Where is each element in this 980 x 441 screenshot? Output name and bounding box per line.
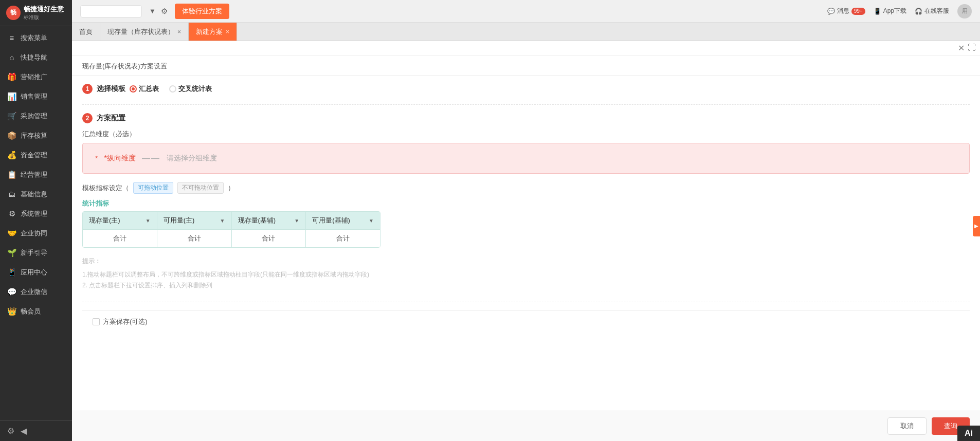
stats-table-body: 合计 合计 合计 合计 (83, 229, 380, 247)
sidebar-item-marketing[interactable]: 🎁 营销推广 (0, 67, 72, 87)
section2-title: 2 方案配置 (82, 113, 970, 123)
message-item[interactable]: 💬 消息 99+ (827, 7, 865, 15)
save-checkbox[interactable] (93, 318, 100, 325)
phone-icon: 📱 (874, 8, 881, 15)
section1-title-text: 选择模板 (97, 84, 125, 94)
finance-icon: 💰 (7, 151, 16, 160)
main-area: ▼ ⚙ 体验行业方案 💬 消息 99+ 📱 App下载 🎧 在线客服 用 首页 (72, 0, 980, 441)
app-name: 畅捷通好生意 (24, 5, 64, 14)
section2-num: 2 (82, 113, 93, 123)
settings-icon[interactable]: ⚙ (7, 426, 14, 436)
app-logo-icon: 畅 (6, 6, 21, 20)
stats-cell-4: 合计 (306, 230, 380, 247)
sidebar-item-appcenter[interactable]: 📱 应用中心 (0, 263, 72, 282)
new-scheme-tab-close-icon[interactable]: × (226, 28, 229, 35)
sidebar-logo: 畅 畅捷通好生意 标准版 (0, 0, 72, 26)
sidebar-item-label: 资金管理 (21, 151, 47, 160)
stats-col-1[interactable]: 现存量(主) ▼ (83, 212, 157, 229)
collapse-icon[interactable]: ◀ (21, 426, 27, 436)
expand-panel-icon[interactable]: ⛶ (968, 43, 976, 53)
sidebar-item-basic-info[interactable]: 🗂 基础信息 (0, 185, 72, 204)
stats-col-1-label: 现存量(主) (89, 216, 120, 225)
inventory-tab-label: 现存量（库存状况表） (107, 27, 174, 36)
close-panel-icon[interactable]: ✕ (958, 43, 965, 53)
sidebar-item-membership[interactable]: 👑 畅会员 (0, 302, 72, 321)
inventory-icon: 📦 (7, 131, 16, 140)
scheme-body: 1 选择模板 汇总表 交叉统计表 (72, 76, 980, 341)
headset-icon: 🎧 (915, 8, 922, 15)
stats-cell-2: 合计 (157, 230, 232, 247)
indicator-settings: 模板指标设定（ 可拖动位置 不可拖动位置 ） 统计指标 现存量(主) ▼ (82, 182, 970, 248)
operations-icon: 📋 (7, 170, 16, 179)
trial-button[interactable]: 体验行业方案 (175, 4, 229, 19)
section1-num: 1 (82, 84, 93, 94)
radio-cross-indicator (169, 85, 176, 93)
content-header: 现存量(库存状况表)方案设置 (72, 56, 980, 76)
dimension-required-label: 汇总维度（必选） (82, 130, 970, 139)
dimension-arrow: —— (142, 154, 160, 163)
chevron-down-4-icon[interactable]: ▼ (369, 218, 374, 224)
sidebar-item-finance[interactable]: 💰 资金管理 (0, 145, 72, 165)
sidebar-item-label: 畅会员 (21, 307, 41, 316)
sidebar-item-inventory[interactable]: 📦 库存核算 (0, 126, 72, 145)
search-input[interactable] (80, 5, 142, 17)
stats-label: 统计指标 (82, 199, 970, 208)
stats-cell-1: 合计 (83, 230, 157, 247)
sidebar-item-operations[interactable]: 📋 经营管理 (0, 165, 72, 185)
tips-section: 提示： 1.拖动标题栏可以调整布局，不可跨维度或指标区域拖动柱目字段(只能在同一… (82, 256, 970, 291)
sidebar-item-enterprise-wechat[interactable]: 💬 企业微信 (0, 282, 72, 302)
section2-title-text: 方案配置 (97, 114, 125, 123)
message-icon: 💬 (827, 8, 835, 15)
right-collapse-tab[interactable]: ▶ (973, 216, 980, 236)
tab-home[interactable]: 首页 (72, 23, 100, 41)
chevron-down-2-icon[interactable]: ▼ (220, 218, 225, 224)
sidebar-item-newguide[interactable]: 🌱 新手引导 (0, 243, 72, 263)
newguide-icon: 🌱 (7, 248, 16, 258)
new-scheme-tab-label: 新建方案 (196, 27, 223, 36)
sidebar-bottom: ⚙ ◀ (0, 420, 72, 441)
dimension-placeholder: 请选择分组维度 (167, 154, 217, 163)
basic-info-icon: 🗂 (7, 190, 16, 198)
chevron-down-1-icon[interactable]: ▼ (146, 218, 151, 224)
enterprise-wechat-icon: 💬 (7, 287, 16, 297)
movable-badge: 可拖动位置 (133, 182, 173, 194)
ai-badge[interactable]: Ai (957, 426, 980, 441)
avatar[interactable]: 用 (957, 4, 972, 19)
immovable-badge: 不可拖动位置 (177, 182, 224, 194)
section-config: 2 方案配置 汇总维度（必选） * *纵向维度 —— 请选择分组维度 模板指标设… (82, 113, 970, 291)
bottom-bar: 取消 查询 (72, 411, 980, 441)
dimension-name: *纵向维度 (104, 154, 135, 163)
sidebar-item-label: 库存核算 (21, 131, 47, 140)
sidebar-item-search[interactable]: ≡ 搜索菜单 (0, 28, 72, 48)
stats-col-4[interactable]: 可用量(基辅) ▼ (306, 212, 380, 229)
stats-col-3[interactable]: 现存量(基辅) ▼ (232, 212, 306, 229)
online-service-item[interactable]: 🎧 在线客服 (915, 7, 949, 15)
gear-icon[interactable]: ⚙ (161, 7, 168, 16)
radio-summary-table[interactable]: 汇总表 (130, 84, 159, 94)
tab-new-scheme[interactable]: 新建方案 × (189, 23, 237, 41)
sidebar-item-system[interactable]: ⚙ 系统管理 (0, 204, 72, 224)
chevron-down-3-icon[interactable]: ▼ (294, 218, 299, 224)
cancel-button[interactable]: 取消 (887, 417, 927, 435)
tab-inventory-status[interactable]: 现存量（库存状况表） × (100, 23, 189, 41)
stats-col-2[interactable]: 可用量(主) ▼ (157, 212, 232, 229)
dimension-box[interactable]: * *纵向维度 —— 请选择分组维度 (82, 143, 970, 174)
right-arrow-icon: ▶ (974, 223, 978, 229)
sidebar-item-quicknav[interactable]: ⌂ 快捷导航 (0, 48, 72, 67)
sidebar-item-purchase[interactable]: 🛒 采购管理 (0, 106, 72, 126)
inventory-tab-close-icon[interactable]: × (177, 28, 181, 35)
app-download-item[interactable]: 📱 App下载 (874, 7, 906, 15)
message-label: 消息 (837, 7, 849, 15)
sidebar-item-collab[interactable]: 🤝 企业协同 (0, 224, 72, 243)
marketing-icon: 🎁 (7, 72, 16, 82)
system-icon: ⚙ (7, 209, 16, 218)
tips-title: 提示： (82, 256, 970, 267)
section1-title: 1 选择模板 汇总表 交叉统计表 (82, 84, 970, 94)
dropdown-arrow-icon[interactable]: ▼ (149, 7, 156, 15)
sidebar-item-sales[interactable]: 📊 销售管理 (0, 87, 72, 106)
indicator-label-prefix: 模板指标设定（ (82, 183, 129, 193)
sidebar-item-label: 采购管理 (21, 112, 47, 121)
tip-item-2: 2. 点击标题栏下拉可设置排序、插入列和删除列 (82, 280, 970, 291)
radio-cross-table[interactable]: 交叉统计表 (169, 84, 212, 94)
app-download-label: App下载 (883, 7, 906, 15)
